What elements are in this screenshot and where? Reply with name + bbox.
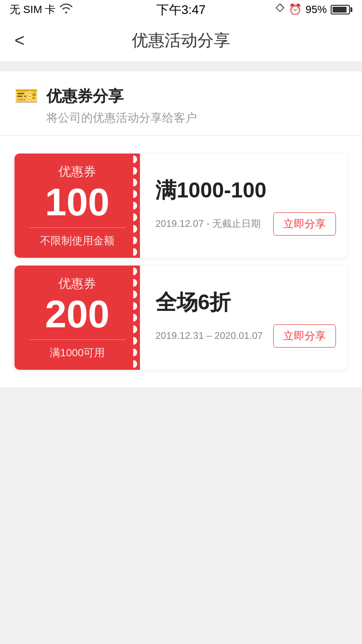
coupon-amount-1: 100: [45, 183, 109, 222]
coupon-condition-1: 不限制使用金额: [40, 234, 114, 248]
location-icon: [275, 3, 285, 16]
coupon-right-1: 满1000-100 2019.12.07 - 无截止日期 立即分享: [140, 154, 348, 258]
coupon-type-label-2: 优惠券: [58, 275, 96, 292]
coupon-divider-1: [29, 227, 125, 228]
coupon-amount-2: 200: [45, 295, 109, 334]
status-left: 无 SIM 卡: [10, 2, 73, 17]
coupon-divider-2: [29, 339, 125, 340]
coupon-date-1: 2019.12.07 - 无截止日期: [155, 217, 261, 230]
coupons-container: 优惠券 100 不限制使用金额 满1000-100 2019.12.07 - 无…: [0, 136, 362, 387]
wifi-icon: [59, 3, 73, 16]
coupon-section-icon: 🎫: [14, 86, 39, 110]
alarm-icon: ⏰: [289, 3, 302, 16]
coupon-bottom-row-1: 2019.12.07 - 无截止日期 立即分享: [155, 212, 336, 236]
gray-background: [0, 387, 362, 629]
status-right: ⏰ 95%: [275, 3, 352, 16]
battery-icon: [331, 5, 352, 14]
status-bar: 无 SIM 卡 下午3:47 ⏰ 95%: [0, 0, 362, 19]
coupon-name-2: 全场6折: [155, 288, 336, 317]
page-title: 优惠活动分享: [132, 29, 230, 52]
coupon-condition-2: 满1000可用: [50, 346, 105, 360]
coupon-name-1: 满1000-100: [155, 176, 336, 205]
time-display: 下午3:47: [156, 1, 206, 18]
back-button[interactable]: <: [14, 30, 25, 51]
share-button-1[interactable]: 立即分享: [273, 212, 336, 236]
battery-percent: 95%: [306, 3, 327, 16]
carrier-text: 无 SIM 卡: [10, 2, 56, 17]
coupon-right-2: 全场6折 2019.12.31 – 2020.01.07 立即分享: [140, 266, 348, 370]
coupon-left-1: 优惠券 100 不限制使用金额: [14, 154, 140, 258]
section-header: 🎫 优惠券分享 将公司的优惠活动分享给客户: [0, 71, 362, 135]
section-text: 优惠券分享 将公司的优惠活动分享给客户: [46, 86, 197, 126]
share-button-2[interactable]: 立即分享: [273, 324, 336, 348]
coupon-type-label-1: 优惠券: [58, 163, 96, 180]
coupon-card-1: 优惠券 100 不限制使用金额 满1000-100 2019.12.07 - 无…: [14, 154, 348, 258]
coupon-left-2: 优惠券 200 满1000可用: [14, 266, 140, 370]
section-subtitle: 将公司的优惠活动分享给客户: [46, 110, 197, 126]
section-title: 优惠券分享: [46, 86, 197, 107]
nav-bar: < 优惠活动分享: [0, 19, 362, 62]
coupon-date-2: 2019.12.31 – 2020.01.07: [155, 330, 263, 341]
coupon-card-2: 优惠券 200 满1000可用 全场6折 2019.12.31 – 2020.0…: [14, 266, 348, 370]
coupon-bottom-row-2: 2019.12.31 – 2020.01.07 立即分享: [155, 324, 336, 348]
